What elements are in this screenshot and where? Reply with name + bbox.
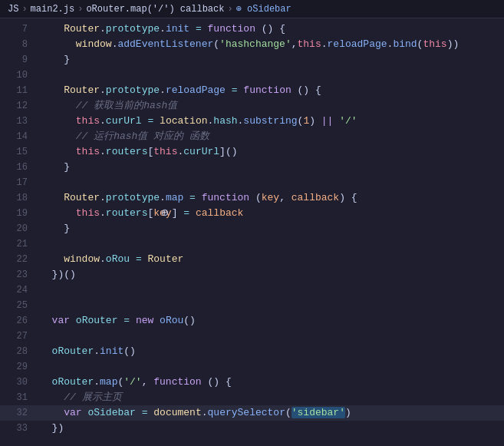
line-number: 16	[6, 160, 28, 175]
code-line: 27	[0, 329, 504, 344]
line-number: 18	[6, 190, 28, 206]
breadcrumb: JS › main2.js › oRouter.map('/') callbac…	[0, 0, 504, 18]
line-content: oRouter.init()	[40, 344, 498, 359]
line-number: 24	[6, 282, 28, 298]
line-content: // 运行hash值 对应的 函数	[40, 129, 498, 144]
line-number: 30	[6, 375, 28, 390]
breadcrumb-js: JS	[8, 4, 18, 15]
line-number: 9	[6, 52, 28, 68]
line-number: 15	[6, 144, 28, 160]
line-number: 31	[6, 390, 28, 405]
code-line: 19 this.routers[key] = callback⊕	[0, 206, 504, 221]
line-number: 20	[6, 221, 28, 236]
code-line: 23 })()	[0, 267, 504, 282]
line-content: var oSidebar = document.querySelector('s…	[40, 405, 498, 421]
code-line: 22 window.oRou = Router	[0, 252, 504, 267]
line-number: 14	[6, 129, 28, 144]
line-content: // 获取当前的hash值	[40, 98, 498, 114]
line-number: 11	[6, 83, 28, 98]
line-content: window.addEventListener('hashchange',thi…	[40, 37, 498, 52]
line-content: }	[40, 52, 498, 68]
line-number: 17	[6, 175, 28, 190]
code-line: 25	[0, 298, 504, 313]
line-content: }	[40, 221, 498, 236]
line-number: 28	[6, 344, 28, 359]
line-number: 26	[6, 313, 28, 329]
code-line: 17	[0, 175, 504, 190]
line-content: this.routers[key] = callback	[40, 206, 498, 221]
line-content: this.routers[this.curUrl]()	[40, 144, 498, 160]
code-line: 12 // 获取当前的hash值	[0, 98, 504, 114]
line-content: })()	[40, 267, 498, 282]
line-content: }	[40, 160, 498, 175]
line-content: oRouter.map('/', function () {	[40, 375, 498, 390]
line-number: 13	[6, 114, 28, 129]
code-line: 24	[0, 282, 504, 298]
line-number: 21	[6, 236, 28, 252]
code-line: 7 Router.prototype.init = function () {	[0, 21, 504, 37]
line-number: 23	[6, 267, 28, 282]
line-number: 19	[6, 206, 28, 221]
line-number: 8	[6, 37, 28, 52]
line-number: 32	[6, 405, 28, 421]
code-line: 28 oRouter.init()	[0, 344, 504, 359]
code-line: 8 window.addEventListener('hashchange',t…	[0, 37, 504, 52]
code-editor: 7 Router.prototype.init = function () {8…	[0, 18, 504, 444]
line-content: this.curUrl = location.hash.substring(1)…	[40, 114, 498, 129]
line-number: 27	[6, 329, 28, 344]
code-line: 15 this.routers[this.curUrl]()	[0, 144, 504, 160]
code-line: 21	[0, 236, 504, 252]
line-content: window.oRou = Router	[40, 252, 498, 267]
code-line: 10	[0, 68, 504, 83]
line-content: Router.prototype.init = function () {	[40, 21, 498, 37]
line-number: 7	[6, 21, 28, 37]
code-line: 32 var oSidebar = document.querySelector…	[0, 405, 504, 421]
code-line: 13 this.curUrl = location.hash.substring…	[0, 114, 504, 129]
code-line: 20 }	[0, 221, 504, 236]
breadcrumb-file: main2.js	[31, 4, 75, 15]
code-line: 31 // 展示主页	[0, 390, 504, 405]
code-line: 26 var oRouter = new oRou()	[0, 313, 504, 329]
line-number: 25	[6, 298, 28, 313]
line-content: })	[40, 421, 498, 436]
line-content: Router.prototype.reloadPage = function (…	[40, 83, 498, 98]
breadcrumb-context1: oRouter.map('/') callback	[86, 4, 224, 15]
line-content: var oRouter = new oRou()	[40, 313, 498, 329]
code-line: 18 Router.prototype.map = function (key,…	[0, 190, 504, 206]
code-line: 16 }	[0, 160, 504, 175]
code-line: 33 })	[0, 421, 504, 436]
line-number: 33	[6, 421, 28, 436]
line-content: // 展示主页	[40, 390, 498, 405]
breadcrumb-context2: ⊕ oSidebar	[236, 3, 292, 15]
line-number: 10	[6, 68, 28, 83]
code-line: 11 Router.prototype.reloadPage = functio…	[0, 83, 504, 98]
line-number: 12	[6, 98, 28, 114]
code-line: 14 // 运行hash值 对应的 函数	[0, 129, 504, 144]
code-line: 30 oRouter.map('/', function () {	[0, 375, 504, 390]
code-line: 9 }	[0, 52, 504, 68]
code-line: 29	[0, 359, 504, 375]
line-content: Router.prototype.map = function (key, ca…	[40, 190, 498, 206]
line-number: 29	[6, 359, 28, 375]
line-number: 22	[6, 252, 28, 267]
